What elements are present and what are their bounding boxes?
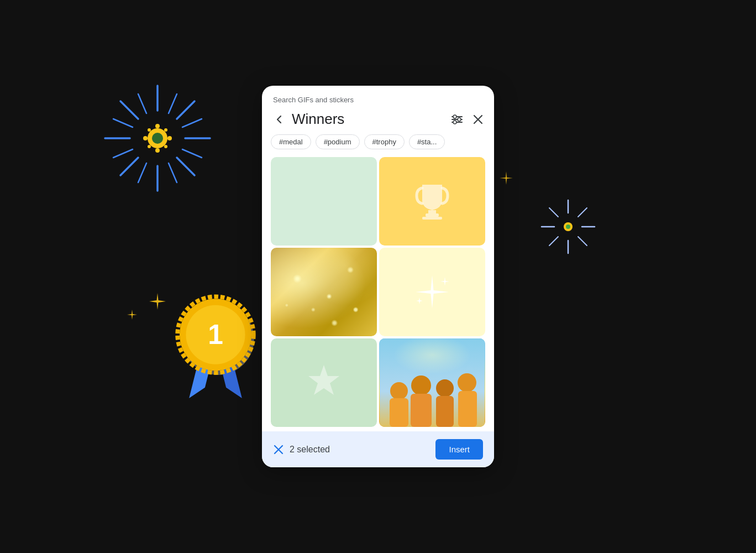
dialog-title: Winners bbox=[292, 111, 443, 128]
svg-rect-50 bbox=[422, 217, 442, 220]
dialog-header: Winners bbox=[262, 106, 494, 134]
svg-point-35 bbox=[566, 225, 570, 229]
svg-point-16 bbox=[148, 128, 167, 148]
gif-cell-3[interactable] bbox=[271, 248, 377, 336]
clear-selection-button[interactable] bbox=[273, 444, 284, 455]
svg-line-33 bbox=[549, 237, 558, 246]
svg-point-19 bbox=[155, 148, 160, 153]
gif-cell-1[interactable] bbox=[271, 157, 377, 246]
svg-point-18 bbox=[155, 124, 160, 128]
tag-sta[interactable]: #sta... bbox=[409, 134, 445, 149]
gif-cell-6[interactable] bbox=[379, 338, 485, 427]
back-button[interactable] bbox=[271, 111, 287, 128]
sparkle-small-left-deco bbox=[127, 310, 137, 320]
svg-point-41 bbox=[186, 305, 245, 364]
light-starburst-deco bbox=[535, 194, 601, 260]
tag-podium[interactable]: #podium bbox=[316, 134, 360, 149]
tag-trophy[interactable]: #trophy bbox=[364, 134, 405, 149]
svg-point-55 bbox=[411, 375, 431, 395]
gif-cell-2[interactable] bbox=[379, 157, 485, 246]
svg-marker-38 bbox=[221, 356, 242, 398]
gif-cell-4[interactable] bbox=[379, 248, 485, 336]
svg-point-59 bbox=[458, 373, 476, 392]
close-button[interactable] bbox=[471, 112, 485, 127]
svg-line-7 bbox=[120, 158, 138, 175]
svg-line-4 bbox=[120, 101, 138, 119]
svg-line-30 bbox=[549, 208, 558, 217]
svg-rect-54 bbox=[390, 398, 408, 427]
svg-point-47 bbox=[458, 118, 461, 121]
blue-starburst-deco bbox=[91, 72, 224, 205]
svg-point-22 bbox=[148, 128, 151, 132]
gif-cell-5[interactable] bbox=[271, 338, 377, 427]
svg-point-17 bbox=[152, 133, 163, 144]
svg-line-11 bbox=[169, 163, 177, 182]
svg-line-14 bbox=[169, 94, 177, 113]
svg-point-34 bbox=[564, 222, 573, 231]
svg-line-5 bbox=[177, 158, 195, 175]
medal-deco: 1 bbox=[160, 276, 271, 398]
svg-line-31 bbox=[578, 237, 587, 246]
svg-point-20 bbox=[143, 136, 148, 140]
svg-line-13 bbox=[113, 149, 133, 158]
selected-count: 2 selected bbox=[290, 445, 330, 455]
sparkle-small-deco bbox=[500, 171, 513, 185]
svg-point-46 bbox=[453, 115, 456, 118]
people-photo-bg bbox=[379, 338, 485, 427]
svg-rect-60 bbox=[458, 391, 477, 427]
svg-point-21 bbox=[167, 136, 172, 140]
svg-line-9 bbox=[182, 149, 202, 158]
tag-medal[interactable]: #medal bbox=[271, 134, 311, 149]
svg-point-40 bbox=[177, 296, 254, 373]
svg-line-8 bbox=[113, 119, 133, 127]
selected-info: 2 selected bbox=[273, 444, 330, 455]
gif-grid bbox=[262, 157, 494, 427]
svg-line-10 bbox=[138, 94, 146, 113]
tags-row: #medal #podium #trophy #sta... bbox=[262, 134, 494, 157]
svg-rect-56 bbox=[411, 394, 432, 427]
svg-rect-58 bbox=[436, 396, 454, 427]
svg-point-39 bbox=[180, 299, 251, 371]
svg-point-24 bbox=[164, 128, 167, 132]
svg-point-57 bbox=[436, 379, 454, 397]
bottom-bar: 2 selected Insert bbox=[262, 431, 494, 467]
svg-point-36 bbox=[182, 303, 254, 375]
svg-point-25 bbox=[148, 145, 151, 148]
svg-line-6 bbox=[177, 101, 195, 119]
sparkle-left-deco bbox=[149, 293, 166, 310]
svg-point-23 bbox=[164, 145, 167, 148]
svg-marker-37 bbox=[189, 356, 210, 398]
filter-button[interactable] bbox=[448, 112, 466, 127]
svg-rect-49 bbox=[426, 213, 439, 217]
svg-line-12 bbox=[182, 119, 202, 127]
svg-point-48 bbox=[453, 121, 456, 124]
background: 1 Search GIFs and stickers Winners bbox=[0, 0, 756, 553]
svg-text:1: 1 bbox=[208, 319, 223, 350]
insert-button[interactable]: Insert bbox=[435, 439, 483, 460]
svg-line-15 bbox=[138, 163, 146, 182]
svg-point-53 bbox=[390, 382, 408, 400]
dialog-label: Search GIFs and stickers bbox=[262, 86, 494, 106]
gif-picker-dialog: Search GIFs and stickers Winners bbox=[262, 86, 494, 467]
svg-line-32 bbox=[578, 208, 587, 217]
svg-rect-51 bbox=[428, 210, 436, 213]
